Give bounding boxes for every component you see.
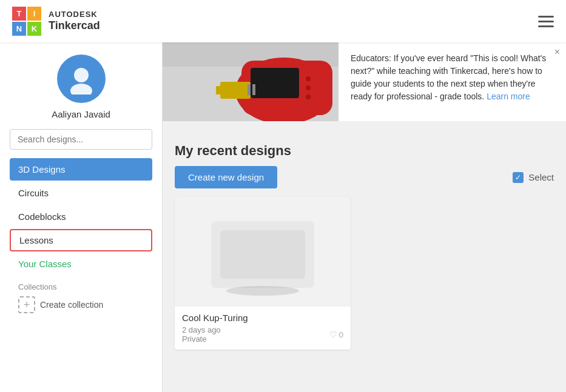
design-card-date: 2 days ago [182,325,221,334]
design-card-likes-count: 0 [339,330,343,339]
svg-point-11 [306,76,311,81]
sidebar: Aaliyan Javaid 3D Designs Circuits Codeb… [0,42,163,392]
hamburger-line-3 [538,25,554,27]
design-card-date-privacy: 2 days ago Private [182,325,221,344]
user-name: Aaliyan Javaid [52,109,110,119]
svg-rect-8 [216,86,223,95]
svg-rect-16 [220,230,305,279]
header-left: T I N K AUTODESK Tinkercad [12,7,100,36]
sidebar-item-your-classes[interactable]: Your Classes [10,253,152,275]
designs-grid: Cool Kup-Turing 2 days ago Private ♡ 0 [163,197,566,362]
logo-cell-t: T [12,7,26,21]
header: T I N K AUTODESK Tinkercad [0,0,566,42]
svg-point-0 [74,68,89,82]
design-card[interactable]: Cool Kup-Turing 2 days ago Private ♡ 0 [175,197,351,350]
avatar [57,55,106,103]
banner-image [163,42,339,121]
avatar-section: Aaliyan Javaid [10,55,152,129]
brand-text: AUTODESK Tinkercad [49,10,100,32]
hamburger-line-1 [538,16,554,18]
hamburger-line-2 [538,21,554,22]
svg-point-12 [306,85,311,90]
svg-rect-10 [252,84,255,95]
designs-toolbar: Create new design ✓ Select [163,166,566,197]
design-card-meta: 2 days ago Private ♡ 0 [182,325,343,344]
collections-section: Collections + Create collection [10,277,152,313]
main-layout: Aaliyan Javaid 3D Designs Circuits Codeb… [0,42,566,392]
svg-rect-9 [248,84,251,95]
design-card-privacy: Private [182,334,221,344]
create-collection-label: Create collection [40,300,103,310]
tinkercad-logo[interactable]: T I N K [12,7,41,36]
heart-icon: ♡ [329,330,337,339]
sidebar-item-codeblocks[interactable]: Codeblocks [10,205,152,228]
section-title: My recent designs [163,133,566,166]
svg-point-13 [306,95,311,99]
svg-point-1 [70,84,92,95]
select-label: Select [528,172,554,182]
design-card-likes: ♡ 0 [329,330,343,339]
design-thumbnail-svg [175,197,351,306]
sidebar-item-circuits[interactable]: Circuits [10,182,152,204]
main-content: Educators: If you've ever heard "This is… [163,42,566,392]
sidebar-item-lessons[interactable]: Lessons [10,229,152,251]
design-card-thumbnail [175,197,351,306]
svg-rect-7 [220,82,251,99]
design-card-info: Cool Kup-Turing 2 days ago Private ♡ 0 [175,306,351,350]
select-button[interactable]: ✓ Select [513,172,554,183]
logo-cell-i: I [27,7,41,21]
collections-label: Collections [18,282,144,291]
banner-close-button[interactable]: × [554,47,560,57]
svg-rect-6 [251,68,299,98]
banner-learn-more-link[interactable]: Learn more [487,91,530,101]
banner-device-svg [163,42,339,121]
create-collection-button[interactable]: + Create collection [18,296,144,313]
select-checkbox-icon: ✓ [513,172,524,183]
banner-text: Educators: If you've ever heard "This is… [339,42,566,121]
user-icon [66,63,97,95]
sidebar-item-3d-designs[interactable]: 3D Designs [10,158,152,181]
logo-cell-k: K [27,22,41,36]
create-collection-icon: + [18,296,35,313]
svg-point-17 [226,286,299,296]
banner: Educators: If you've ever heard "This is… [163,42,566,121]
tinkercad-label: Tinkercad [49,19,100,33]
create-new-design-button[interactable]: Create new design [175,166,277,188]
hamburger-menu-icon[interactable] [538,16,554,27]
search-input[interactable] [10,129,152,150]
logo-cell-n: N [12,22,26,36]
autodesk-label: AUTODESK [49,10,100,19]
design-card-name: Cool Kup-Turing [182,313,343,323]
